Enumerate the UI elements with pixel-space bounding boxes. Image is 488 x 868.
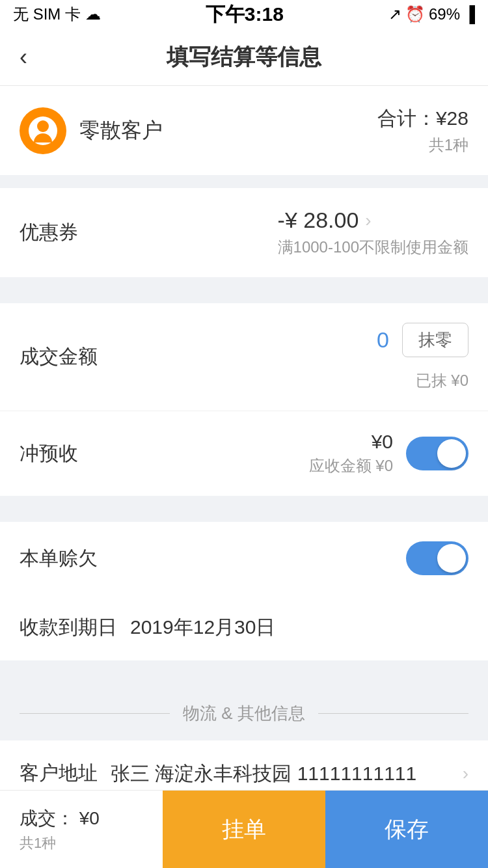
- coupon-right: -¥ 28.00 › 满1000-100不限制使用金额: [278, 208, 468, 258]
- address-chevron-icon: ›: [463, 763, 468, 784]
- battery-text: 69%: [429, 5, 460, 23]
- footer-info: 成交： ¥0 共1种: [0, 806, 163, 853]
- transaction-right: 0 抹零 已抹 ¥0: [377, 323, 468, 391]
- due-date-label: 收款到期日: [20, 614, 117, 641]
- section-divider-3: [0, 673, 488, 686]
- round-zero-button[interactable]: 抹零: [402, 323, 468, 357]
- transaction-value: 0: [377, 327, 389, 353]
- customer-name: 零散客户: [79, 116, 163, 145]
- transaction-amount-row: 成交金额 0 抹零 已抹 ¥0: [0, 303, 488, 411]
- logistics-line-left: [20, 713, 170, 714]
- battery-icon: ▐: [464, 5, 475, 23]
- coupon-label: 优惠券: [20, 219, 78, 246]
- nav-bar: ‹ 填写结算等信息: [0, 29, 488, 86]
- section-divider-2: [0, 509, 488, 522]
- hang-button[interactable]: 挂单: [163, 791, 325, 868]
- arrears-block: 本单赊欠 收款到期日 2019年12月30日: [0, 522, 488, 660]
- chevron-right-icon: ›: [365, 210, 371, 231]
- location-icon: ↗: [388, 5, 401, 23]
- coupon-desc: 满1000-100不限制使用金额: [278, 237, 468, 258]
- coupon-section[interactable]: 优惠券 -¥ 28.00 › 满1000-100不限制使用金额: [0, 188, 488, 277]
- due-date-value: 2019年12月30日: [130, 614, 275, 641]
- address-value: 张三 海淀永丰科技园 11111111111: [111, 760, 416, 787]
- sim-status: 无 SIM 卡 ☁: [13, 4, 101, 25]
- flush-label: 冲预收: [20, 441, 78, 467]
- status-right: ↗ ⏰ 69% ▐: [388, 5, 475, 23]
- address-label: 客户地址: [20, 760, 98, 787]
- coupon-amount: -¥ 28.00: [278, 208, 359, 233]
- address-left: 客户地址 张三 海淀永丰科技园 11111111111: [20, 760, 416, 787]
- logistics-label: 物流 & 其他信息: [183, 702, 305, 725]
- customer-left: 零散客户: [20, 107, 163, 154]
- back-button[interactable]: ‹: [20, 44, 59, 71]
- footer-deal-label: 成交：: [20, 808, 74, 828]
- status-left: 无 SIM 卡 ☁: [13, 4, 101, 25]
- footer: 成交： ¥0 共1种 挂单 保存: [0, 790, 488, 868]
- transaction-label: 成交金额: [20, 344, 98, 370]
- avatar: [20, 107, 66, 154]
- flush-toggle[interactable]: [406, 437, 468, 470]
- logistics-line-right: [318, 713, 468, 714]
- amount-row: 0 抹零: [377, 323, 468, 357]
- customer-summary: 合计：¥28 共1种: [377, 105, 468, 156]
- coupon-amount-row: -¥ 28.00 ›: [278, 208, 468, 233]
- total-amount: 合计：¥28: [377, 105, 468, 132]
- customer-section: 零散客户 合计：¥28 共1种: [0, 86, 488, 175]
- due-date-row: 收款到期日 2019年12月30日: [0, 595, 488, 660]
- round-sub-text: 已抹 ¥0: [416, 370, 468, 391]
- alarm-icon: ⏰: [405, 5, 425, 23]
- flush-right: ¥0 应收金额 ¥0: [309, 431, 468, 476]
- page-title: 填写结算等信息: [59, 42, 429, 72]
- section-divider-1: [0, 290, 488, 303]
- arrears-row: 本单赊欠: [0, 522, 488, 595]
- total-count: 共1种: [377, 135, 468, 156]
- flush-row: 冲预收 ¥0 应收金额 ¥0: [0, 411, 488, 496]
- footer-deal-amount: ¥0: [79, 808, 100, 828]
- transaction-block: 成交金额 0 抹零 已抹 ¥0 冲预收 ¥0 应收金额 ¥0: [0, 303, 488, 496]
- status-bar: 无 SIM 卡 ☁ 下午3:18 ↗ ⏰ 69% ▐: [0, 0, 488, 29]
- logistics-header: 物流 & 其他信息: [0, 686, 488, 740]
- main-content: 零散客户 合计：¥28 共1种 优惠券 -¥ 28.00 › 满1000-100…: [0, 86, 488, 868]
- flush-sub: 应收金额 ¥0: [309, 455, 393, 476]
- footer-count: 共1种: [20, 834, 143, 853]
- arrears-label: 本单赊欠: [20, 545, 98, 572]
- status-time: 下午3:18: [206, 1, 284, 28]
- footer-deal-row: 成交： ¥0: [20, 806, 143, 831]
- flush-amounts: ¥0 应收金额 ¥0: [309, 431, 393, 476]
- flush-main: ¥0: [309, 431, 393, 453]
- arrears-toggle[interactable]: [406, 541, 468, 575]
- avatar-icon: [29, 116, 57, 145]
- save-button[interactable]: 保存: [325, 791, 488, 868]
